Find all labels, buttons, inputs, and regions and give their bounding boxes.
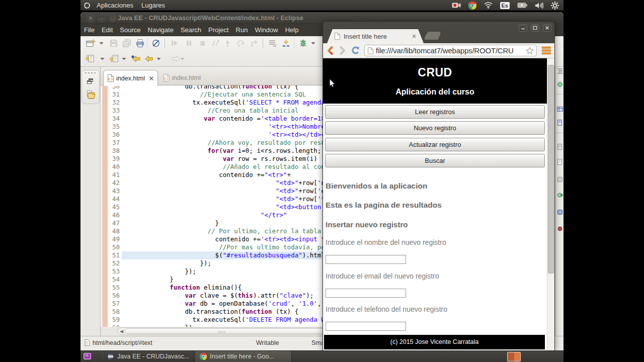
taskbar-item-label: Insert title here - Goo... [210,353,274,360]
session-gear-icon[interactable] [551,2,559,10]
eclipse-maximize-button[interactable]: □ [109,14,117,22]
text-input-1[interactable] [326,255,406,264]
hscroll-left-arrow-icon[interactable]: ◀ [120,329,123,334]
eclipse-menu-help[interactable]: Help [282,24,302,36]
address-bar[interactable]: file:///var/lib/tomcat7/webapps/ROOT/CRU [364,45,537,56]
editor-tab-index.html[interactable]: index.html [159,70,204,85]
rs-red-ball-icon[interactable] [557,226,564,232]
eclipse-menu-project[interactable]: Project [205,24,232,36]
back-button[interactable] [326,46,334,55]
page-scrollbar[interactable] [547,58,554,350]
last-edit-up-icon[interactable] [109,54,118,63]
recorder-icon[interactable] [452,2,461,9]
system-tray: Es [452,0,559,11]
text-input-3[interactable] [326,322,406,331]
dropdown-arrow-icon[interactable] [156,57,161,60]
taskbar-item-eclipse[interactable]: Java EE - CRUDJavasc... [103,351,194,362]
chrome-icon [200,353,207,360]
workspace-switcher[interactable] [507,352,521,361]
new-wizard-icon[interactable] [86,39,96,48]
step-return-icon [251,40,258,47]
skip-breakpoints-icon[interactable] [152,39,160,47]
forward-button[interactable] [339,46,347,55]
toolbar-separator [263,38,263,48]
eclipse-menu-run[interactable]: Run [232,24,252,36]
rs-page-gray-icon[interactable] [557,144,564,150]
url-text[interactable]: file:///var/lib/tomcat7/webapps/ROOT/CRU [376,46,523,55]
page-title: CRUD [323,58,547,79]
chrome-window-controls [519,24,551,32]
rs-blue-page-icon[interactable] [557,120,564,126]
step-into-icon [224,40,231,47]
text-input-2[interactable] [326,289,406,298]
panel-menu-lugares[interactable]: Lugares [139,0,167,11]
chrome-menu-icon[interactable] [541,46,551,55]
disconnect-icon [211,40,219,47]
dropdown-arrow-icon[interactable] [100,57,105,60]
rs-blue-box-icon[interactable] [557,209,564,215]
browser-tab[interactable]: Insert title here [327,29,424,43]
chrome-close-button[interactable] [543,24,551,32]
dropdown-arrow-icon[interactable] [99,42,104,45]
new-tab-button[interactable] [424,32,441,40]
status-writable: Writable [256,339,279,346]
eclipse-menu-source[interactable]: Source [116,24,144,36]
editor-tab-index.html[interactable]: index.html [103,70,158,86]
panel-left-menus: Aplicaciones Lugares [84,0,167,11]
keyboard-layout-indicator[interactable]: Es [500,2,510,9]
eclipse-menu-window[interactable]: Window [251,24,281,36]
rs-gray-box-icon[interactable] [557,176,564,183]
back-star-icon[interactable] [131,55,140,62]
eclipse-menu-file[interactable]: File [80,24,98,36]
volume-icon[interactable] [535,2,543,9]
rs-page-icon[interactable] [557,159,564,165]
show-desktop-icon[interactable] [84,353,91,360]
page-viewport: CRUD Aplicación del curso Leer registros… [323,58,554,350]
dropdown-arrow-icon[interactable] [122,57,126,60]
sidebar-grip[interactable] [85,72,96,73]
toolbar-separator [146,38,148,48]
eclipse-close-button[interactable]: ✕ [87,14,95,22]
chrome-maximize-button[interactable] [531,24,539,32]
drop-frame-icon[interactable] [282,39,290,47]
restore-view-icon[interactable] [87,78,93,84]
eclipse-menu-navigate[interactable]: Navigate [144,24,177,36]
eclipse-minimize-button[interactable]: – [98,14,106,22]
taskbar-item-label: Java EE - CRUDJavasc... [117,353,189,360]
scrollbar-thumb[interactable] [548,65,554,274]
resume-icon [171,40,178,47]
page-heading-2: Esta es la pagina de resultados [326,201,442,210]
battery-icon[interactable] [517,3,527,8]
page-button-buscar[interactable]: Buscar [325,154,545,167]
last-edit-down-icon[interactable] [85,54,94,63]
chrome-minimize-button[interactable] [519,24,527,32]
rs-green-plus-icon[interactable] [557,192,564,198]
back-icon[interactable] [144,55,153,62]
rs-outline-icon[interactable] [557,68,564,74]
page-button-nuevo-registro[interactable]: Nuevo registro [325,121,545,135]
ubuntu-logo-icon [84,2,91,9]
wifi-icon[interactable] [484,2,493,9]
tab-close-icon[interactable] [149,76,154,81]
bookmark-star-icon[interactable] [526,47,534,54]
quickdiff-strip [102,85,108,327]
eclipse-menu-search[interactable]: Search [177,24,205,36]
debug-icon[interactable] [299,39,307,47]
taskbar-item-chrome[interactable]: Insert title here - Goo... [195,351,292,362]
dropdown-arrow-icon[interactable] [311,42,315,45]
print-icon[interactable] [136,39,144,47]
rs-green-ball-icon[interactable] [557,81,564,87]
panel-menu-aplicaciones[interactable]: Aplicaciones [95,0,135,11]
tab-close-icon[interactable] [412,34,417,39]
project-explorer-icon[interactable] [86,90,96,99]
page-icon [367,47,373,54]
workspace-cell[interactable] [508,352,514,361]
reload-button[interactable] [351,46,360,55]
page-heading-3: Insertar nuevo registro [326,220,408,229]
page-button-actualizar-registro[interactable]: Actualizar registro [325,138,545,151]
chrome-icon[interactable] [468,2,476,10]
step-filters-icon[interactable] [269,40,277,47]
eclipse-menu-edit[interactable]: Edit [98,24,116,36]
rs-table-icon[interactable] [557,106,564,112]
page-button-leer-registros[interactable]: Leer registros [325,105,545,119]
